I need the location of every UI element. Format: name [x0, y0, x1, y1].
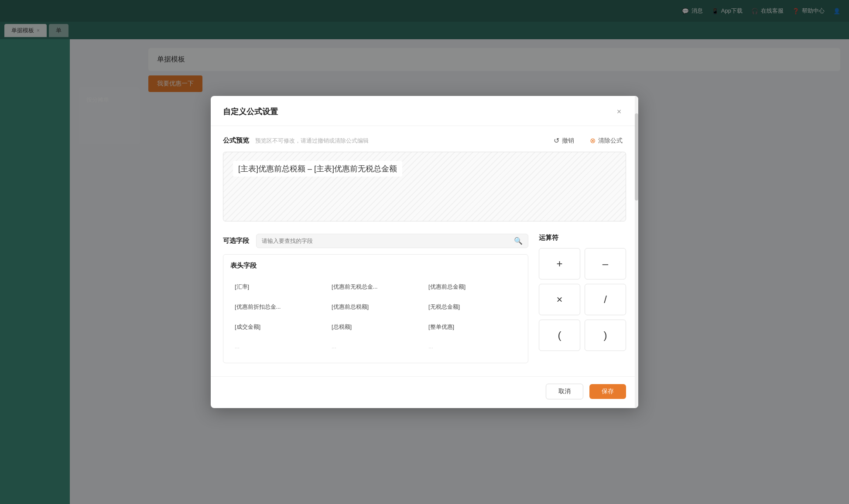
operator-divide[interactable]: /	[585, 284, 626, 315]
operator-close-paren[interactable]: )	[585, 320, 626, 351]
field-item[interactable]: [整单优惠]	[424, 317, 521, 337]
formula-section-header: 公式预览 预览区不可修改，请通过撤销或清除公式编辑 ↺ 撤销 ⊗ 清除公式	[223, 135, 626, 146]
save-button[interactable]: 保存	[589, 384, 626, 399]
modal-header: 自定义公式设置 ×	[211, 96, 638, 126]
formula-text: [主表]优惠前总税额 – [主表]优惠前无税总金额	[233, 161, 402, 177]
field-item-more: ...	[230, 337, 327, 356]
undo-icon: ↺	[554, 136, 559, 145]
fields-operators-section: 可选字段 🔍 表头字段 [汇率] [优惠前无税总金... [优	[223, 234, 626, 363]
field-item[interactable]: [优惠前总税额]	[327, 297, 424, 317]
cancel-button[interactable]: 取消	[546, 384, 583, 399]
fields-left: 可选字段 🔍 表头字段 [汇率] [优惠前无税总金... [优	[223, 234, 528, 363]
operators-section: 运算符 + – × / ( )	[539, 234, 626, 351]
operators-label: 运算符	[539, 234, 626, 242]
undo-button[interactable]: ↺ 撤销	[550, 135, 578, 146]
formula-actions: ↺ 撤销 ⊗ 清除公式	[550, 135, 626, 146]
modal-close-button[interactable]: ×	[612, 105, 626, 119]
search-input[interactable]	[262, 238, 510, 244]
fields-table: 表头字段 [汇率] [优惠前无税总金... [优惠前总金额] [优惠前折扣总金.…	[223, 254, 528, 363]
field-item-more: ...	[424, 337, 521, 356]
fields-grid: [汇率] [优惠前无税总金... [优惠前总金额] [优惠前折扣总金... [优…	[230, 277, 521, 356]
field-item[interactable]: [汇率]	[230, 277, 327, 297]
modal-backdrop: 自定义公式设置 × 公式预览 预览区不可修改，请通过撤销或清除公式编辑 ↺ 撤销…	[0, 0, 849, 504]
operator-minus[interactable]: –	[585, 248, 626, 279]
modal-scrollbar-thumb	[635, 113, 638, 201]
modal-body: 公式预览 预览区不可修改，请通过撤销或清除公式编辑 ↺ 撤销 ⊗ 清除公式	[211, 126, 638, 372]
clear-icon: ⊗	[590, 136, 596, 145]
fields-header: 可选字段 🔍	[223, 234, 528, 248]
fields-label: 可选字段	[223, 237, 249, 245]
operator-multiply[interactable]: ×	[539, 284, 580, 315]
formula-section: 公式预览 预览区不可修改，请通过撤销或清除公式编辑 ↺ 撤销 ⊗ 清除公式	[223, 135, 626, 221]
clear-formula-button[interactable]: ⊗ 清除公式	[586, 135, 626, 146]
field-item-more: ...	[327, 337, 424, 356]
modal-dialog: 自定义公式设置 × 公式预览 预览区不可修改，请通过撤销或清除公式编辑 ↺ 撤销…	[211, 96, 638, 408]
operators-grid: + – × / ( )	[539, 248, 626, 351]
modal-footer: 取消 保存	[211, 376, 638, 408]
field-item[interactable]: [优惠前折扣总金...	[230, 297, 327, 317]
modal-title: 自定义公式设置	[223, 106, 278, 117]
field-item[interactable]: [总税额]	[327, 317, 424, 337]
modal-scrollbar[interactable]	[635, 96, 638, 408]
operator-plus[interactable]: +	[539, 248, 580, 279]
fields-table-inner: 表头字段 [汇率] [优惠前无税总金... [优惠前总金额] [优惠前折扣总金.…	[223, 255, 528, 363]
field-item[interactable]: [无税总金额]	[424, 297, 521, 317]
formula-preview-label: 公式预览	[223, 136, 249, 145]
table-group-header: 表头字段	[230, 262, 521, 270]
field-item[interactable]: [优惠前无税总金...	[327, 277, 424, 297]
formula-preview-hint: 预览区不可修改，请通过撤销或清除公式编辑	[255, 137, 369, 145]
field-item[interactable]: [优惠前总金额]	[424, 277, 521, 297]
operator-open-paren[interactable]: (	[539, 320, 580, 351]
field-item[interactable]: [成交金额]	[230, 317, 327, 337]
search-icon: 🔍	[514, 237, 523, 245]
search-box: 🔍	[256, 234, 528, 248]
formula-preview-box: [主表]优惠前总税额 – [主表]优惠前无税总金额	[223, 152, 626, 221]
